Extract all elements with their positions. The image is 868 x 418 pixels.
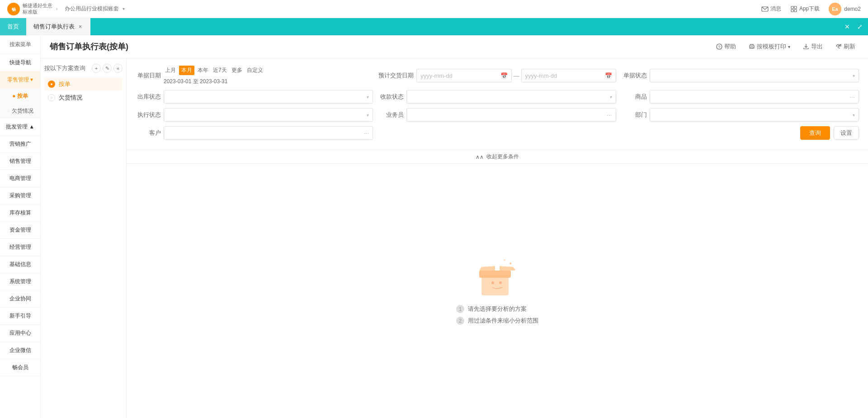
sidebar-item-appstore[interactable]: 应用中心 [0, 325, 40, 342]
filter-date-field: 单据日期 上月 本月 本年 近7天 更多 自定义 20 [136, 66, 373, 86]
data-area: ✦ ✦ ✦ 1 请先选择 [127, 164, 868, 418]
svg-rect-4 [794, 6, 797, 9]
sidebar-item-retail[interactable]: 零售管理 ▾ [0, 71, 40, 89]
dropdown-arrow-breadcrumb[interactable]: ▾ [123, 6, 125, 11]
collapse-scheme-icon[interactable]: « [113, 64, 123, 73]
sidebar-item-finance[interactable]: 资金管理 [0, 222, 40, 239]
salesperson-more-icon[interactable]: ··· [607, 111, 612, 119]
user-avatar-area[interactable]: Ea demo2 [829, 3, 861, 15]
goods-input[interactable]: ··· [650, 90, 859, 104]
calendar-icon-start[interactable]: 📅 [500, 72, 508, 79]
date-btn-lastmonth[interactable]: 上月 [164, 66, 177, 75]
refresh-btn[interactable]: 刷新 [832, 41, 859, 52]
scheme-bullet-active: ● [48, 81, 55, 88]
date-label: 单据日期 [136, 71, 161, 80]
query-btn[interactable]: 查询 [800, 126, 830, 140]
tab-home[interactable]: 首页 [0, 18, 26, 35]
page-body: 按以下方案查询 + ✎ « ● 按单 ○ 欠货情况 [41, 58, 868, 418]
logo-text: 畅捷通好生意 标准版 [23, 3, 52, 14]
sidebar-item-sales[interactable]: 销售管理 [0, 153, 40, 170]
help-btn[interactable]: ? 帮助 [712, 41, 740, 52]
svg-rect-5 [791, 10, 793, 12]
date-btn-7days[interactable]: 近7天 [212, 66, 228, 75]
message-btn[interactable]: 消息 [761, 5, 781, 13]
svg-text:畅: 畅 [12, 7, 16, 12]
sidebar-item-purchase[interactable]: 采购管理 [0, 187, 40, 204]
sidebar-item-wholesale[interactable]: 批发管理 ▲ [0, 119, 40, 136]
svg-rect-12 [750, 47, 753, 48]
header-left: 畅 畅捷通好生意 标准版 › 办公用品行业模拟账套 ▾ [7, 3, 125, 15]
exec-status-select[interactable]: ▾ [164, 108, 373, 122]
customer-more-icon[interactable]: ··· [364, 129, 369, 137]
query-buttons: 查询 设置 [622, 126, 859, 140]
collect-status-select[interactable]: ▾ [406, 90, 616, 104]
sidebar-item-enterprise[interactable]: 企业协同 [0, 290, 40, 308]
edit-scheme-icon[interactable]: ✎ [103, 64, 112, 73]
search-menu-btn[interactable]: 搜索菜单 [4, 39, 37, 50]
empty-illustration: ✦ ✦ ✦ [472, 257, 522, 298]
filter-expected-date: 预计交货日期 📅 — 📅 [378, 69, 616, 82]
page-header-actions: ? 帮助 按模板打印 ▾ 导出 刷新 [712, 41, 859, 58]
date-btn-more[interactable]: 更多 [230, 66, 244, 75]
print-btn[interactable]: 按模板打印 ▾ [745, 41, 794, 52]
sidebar-item-basic[interactable]: 基础信息 [0, 256, 40, 273]
window-close-icon[interactable]: ✕ [843, 21, 852, 32]
expected-date-start-input[interactable]: 📅 [416, 69, 511, 82]
sidebar-item-newbie[interactable]: 新手引导 [0, 308, 40, 325]
svg-marker-15 [479, 266, 495, 271]
window-expand-icon[interactable]: ⤢ [855, 21, 864, 32]
expected-date-end-input[interactable]: 📅 [521, 69, 616, 82]
filter-panel: 单据日期 上月 本月 本年 近7天 更多 自定义 20 [127, 58, 868, 150]
sidebar-sub-item-backorder[interactable]: ○ 欠货情况 [0, 104, 40, 119]
sidebar-sub-item-scheme[interactable]: ● 按单 [0, 89, 40, 104]
sidebar-item-marketing[interactable]: 营销推广 [0, 136, 40, 153]
expected-date-end-field[interactable] [525, 72, 603, 79]
settings-btn[interactable]: 设置 [834, 126, 859, 140]
sidebar-item-ecommerce[interactable]: 电商管理 [0, 170, 40, 187]
app-download-btn[interactable]: App下载 [790, 5, 820, 13]
date-btn-thisyear[interactable]: 本年 [196, 66, 210, 75]
sidebar-item-quick-nav[interactable]: 快捷导航 [0, 54, 40, 71]
sidebar-item-corpwx[interactable]: 企业微信 [0, 342, 40, 359]
empty-state: ✦ ✦ ✦ 1 请先选择 [456, 257, 538, 325]
goods-more-icon[interactable]: ··· [849, 93, 855, 100]
sidebar-item-system[interactable]: 系统管理 [0, 273, 40, 290]
expected-date-start-field[interactable] [420, 72, 498, 79]
dept-arrow: ▾ [853, 113, 855, 118]
add-scheme-icon[interactable]: + [92, 64, 101, 73]
ship-arrow: ▾ [367, 95, 369, 100]
collapse-conditions-btn[interactable]: ∧∧ 收起更多条件 [127, 150, 868, 164]
sidebar-item-member[interactable]: 畅会员 [0, 359, 40, 376]
filter-order-status: 单据状态 ▾ [622, 69, 859, 82]
print-dropdown-arrow[interactable]: ▾ [788, 44, 790, 49]
scheme-panel-icons: + ✎ « [92, 64, 123, 73]
scheme-item-backorder[interactable]: ○ 欠货情况 [44, 91, 123, 104]
customer-input[interactable]: ··· [164, 126, 373, 140]
collect-arrow: ▾ [610, 95, 612, 100]
svg-text:✦: ✦ [513, 267, 516, 271]
empty-msg-1: 1 请先选择要分析的方案 [456, 305, 527, 313]
svg-point-20 [491, 281, 494, 284]
scheme-panel-title: 按以下方案查询 [44, 64, 85, 72]
dept-select[interactable]: ▾ [650, 108, 859, 122]
filter-dept: 部门 ▾ [622, 108, 859, 122]
sidebar-item-operation[interactable]: 经营管理 [0, 239, 40, 256]
calendar-icon-end[interactable]: 📅 [605, 72, 612, 79]
salesperson-input[interactable]: ··· [406, 108, 616, 122]
tab-close-icon[interactable]: × [77, 23, 83, 30]
tab-sales-order[interactable]: 销售订单执行表 × [26, 18, 90, 35]
filter-ship-status: 出库状态 ▾ [136, 90, 373, 104]
order-status-select[interactable]: ▾ [650, 69, 859, 82]
expected-date-label: 预计交货日期 [378, 71, 414, 80]
page-header: 销售订单执行表(按单) ? 帮助 按模板打印 ▾ 导出 刷新 [41, 35, 868, 58]
sidebar-item-inventory[interactable]: 库存核算 [0, 204, 40, 222]
ship-status-select[interactable]: ▾ [164, 90, 373, 104]
svg-point-21 [499, 281, 502, 284]
scheme-item-by-order[interactable]: ● 按单 [44, 77, 123, 91]
date-btn-thismonth[interactable]: 本月 [179, 66, 194, 75]
svg-text:Ea: Ea [832, 6, 839, 12]
logo-area: 畅 畅捷通好生意 标准版 [7, 3, 52, 15]
date-btn-custom[interactable]: 自定义 [245, 66, 264, 75]
export-btn[interactable]: 导出 [799, 41, 826, 52]
sidebar-submenu-retail: ● 按单 ○ 欠货情况 [0, 89, 40, 119]
